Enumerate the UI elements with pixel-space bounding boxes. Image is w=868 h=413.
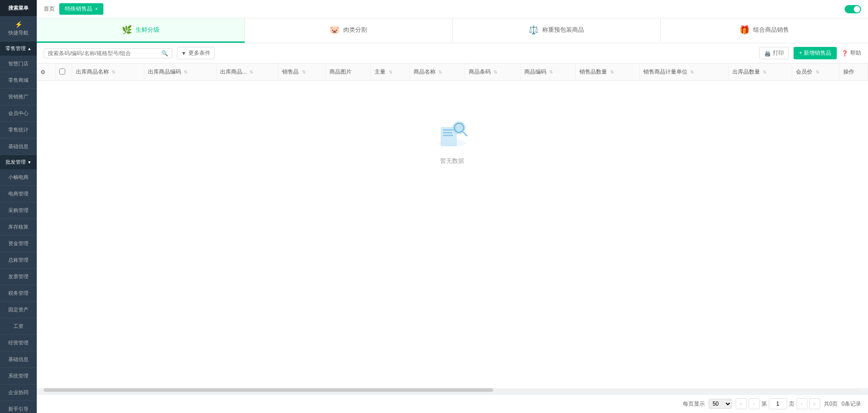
sidebar-item-basic-info2[interactable]: 基础信息 [0,351,37,368]
sidebar-item-salary[interactable]: 工资 [0,318,37,335]
topbar-tab-close[interactable]: × [95,6,98,11]
th-weight[interactable]: 主量 ⇅ [371,63,409,81]
sidebar-item-member[interactable]: 会员中心 [0,105,37,122]
help-button[interactable]: ❓ 帮助 [841,49,861,57]
tab-weight-pack[interactable]: ⚖️ 称重预包装商品 [453,18,661,43]
topbar-toggle[interactable] [845,5,861,13]
sidebar-logo[interactable]: 搜索菜单 [0,0,37,16]
th-sku[interactable]: 商品编码 ⇅ [520,63,576,81]
sidebar-item-quick-nav[interactable]: ⚡ 快捷导航 [0,16,37,41]
sidebar-item-enterprise[interactable]: 企业协同 [0,384,37,401]
sidebar-item-system-mgmt[interactable]: 系统管理 [0,368,37,384]
per-page-select[interactable]: 50 10 20 100 [709,399,732,409]
th-out-qty[interactable]: 出库品数量 ⇅ [728,63,792,81]
operation-mgmt-label: 经营管理 [8,339,28,346]
sidebar-item-ecom-mgmt[interactable]: 电商管理 [0,186,37,202]
scrollbar-thumb[interactable] [44,388,493,392]
th-out-code[interactable]: 出库商品编码 ⇅ [144,63,216,81]
help-icon: ❓ [841,50,848,57]
first-page-button[interactable]: « [736,398,747,409]
sidebar-item-invoice[interactable]: 发票管理 [0,269,37,285]
topbar-active-tab[interactable]: 特殊销售品 × [59,3,103,15]
sidebar-item-inventory[interactable]: 库存核算 [0,219,37,235]
salary-label: 工资 [13,323,23,330]
ecom-mgmt-label: 电商管理 [8,190,28,197]
fixed-assets-label: 固定资产 [8,306,28,313]
sidebar-item-mini-ecom[interactable]: 小畅电商 [0,169,37,186]
th-out-name[interactable]: 出库商品名称 ⇅ [72,63,144,81]
sidebar-wholesale-mgmt-header[interactable]: 批发管理 ▼ [0,155,37,169]
th-check[interactable] [55,63,72,81]
tab-combo[interactable]: 🎁 组合商品销售 [661,18,868,43]
sidebar-item-general-ledger[interactable]: 总账管理 [0,252,37,269]
toolbar: 🔍 ▼ 更多条件 🖨️ 打印 + 新增销售品 ❓ 帮助 [37,43,868,63]
th-sale-unit[interactable]: 销售商品计量单位 ⇅ [640,63,729,81]
sidebar-item-fixed-assets[interactable]: 固定资产 [0,302,37,318]
last-page-button[interactable]: » [809,398,820,409]
sort-arrows: ⇅ [389,69,392,75]
sidebar-item-purchase-mgmt[interactable]: 采购管理 [0,202,37,219]
sidebar-item-marketing[interactable]: 营销推广 [0,89,37,105]
quick-nav-icon: ⚡ [15,21,23,28]
data-table: ⚙ 出库商品名称 ⇅ 出库商品编码 ⇅ [37,63,868,202]
sidebar-retail-mgmt-header[interactable]: 零售管理 ▲ [0,41,37,56]
pagination-bar: 每页显示 50 10 20 100 « ‹ 第 页 › » 共0页 0条记录 [37,394,868,413]
search-box[interactable]: 🔍 [44,48,172,58]
sidebar-item-finance[interactable]: 资金管理 [0,235,37,252]
fresh-grade-label: 生鲜分级 [136,26,159,34]
sort-arrows: ⇅ [610,69,614,75]
retail-stats-label: 零售统计 [8,126,28,133]
select-all-checkbox[interactable] [59,69,65,75]
th-barcode[interactable]: 商品条码 ⇅ [465,63,521,81]
tab-fresh-grade[interactable]: 🌿 生鲜分级 [37,18,245,43]
search-input[interactable] [48,50,159,57]
mini-ecom-label: 小畅电商 [8,174,28,181]
add-sale-button[interactable]: + 新增销售品 [794,47,837,59]
topbar-home-link[interactable]: 首页 [44,5,55,13]
empty-state: 暂无数据 [37,81,868,202]
sidebar: 搜索菜单 ⚡ 快捷导航 零售管理 ▲ 智慧门店 零售商城 营销推广 会员中心 零… [0,0,37,413]
tab-meat-cut[interactable]: 🐷 肉类分割 [245,18,453,43]
sidebar-item-retail-stats[interactable]: 零售统计 [0,122,37,138]
th-out-spec[interactable]: 出库商品... ⇅ [216,63,278,81]
page-input[interactable] [769,398,787,409]
sidebar-item-tax[interactable]: 税务管理 [0,285,37,302]
meat-cut-icon: 🐷 [329,25,340,35]
sidebar-item-smart-store[interactable]: 智慧门店 [0,56,37,72]
th-gear[interactable]: ⚙ [37,63,55,81]
prev-page-button[interactable]: ‹ [749,398,760,409]
content-area: 🌿 生鲜分级 🐷 肉类分割 ⚖️ 称重预包装商品 🎁 组合商品销售 🔍 [37,18,868,413]
retail-mgmt-label: 零售管理 [6,45,26,52]
th-name[interactable]: 商品名称 ⇅ [409,63,465,81]
th-member-price[interactable]: 会员价 ⇅ [792,63,839,81]
th-img[interactable]: 商品图片 [325,63,371,81]
th-sale-qty[interactable]: 销售品数量 ⇅ [576,63,640,81]
sidebar-item-newbie[interactable]: 新手引导 [0,401,37,413]
total-records-label: 0条记录 [841,400,861,408]
table-body: 暂无数据 [37,81,868,202]
sidebar-item-retail-mall[interactable]: 零售商城 [0,72,37,89]
retail-mall-label: 零售商城 [8,77,28,84]
basic-info2-label: 基础信息 [8,356,28,363]
table-header-row: ⚙ 出库商品名称 ⇅ 出库商品编码 ⇅ [37,63,868,81]
page-unit: 页 [789,400,794,408]
help-label: 帮助 [850,49,861,57]
smart-store-label: 智慧门店 [8,60,28,67]
sidebar-item-operation-mgmt[interactable]: 经营管理 [0,335,37,351]
filter-button[interactable]: ▼ 更多条件 [177,47,215,59]
empty-state-cell: 暂无数据 [37,81,868,202]
search-icon[interactable]: 🔍 [161,50,168,57]
wholesale-mgmt-arrow: ▼ [28,160,32,165]
th-sale-item[interactable]: 销售品 ⇅ [278,63,325,81]
empty-state-row: 暂无数据 [37,81,868,202]
print-button[interactable]: 🖨️ 打印 [759,47,789,59]
horizontal-scrollbar[interactable] [44,388,861,392]
next-page-button[interactable]: › [796,398,807,409]
main-area: 首页 特殊销售品 × 🌿 生鲜分级 🐷 肉类分割 ⚖️ 称重预包装商品 [37,0,868,413]
gear-icon: ⚙ [40,69,45,75]
sort-arrows: ⇅ [184,69,187,75]
print-label: 打印 [773,49,784,57]
table-container: ⚙ 出库商品名称 ⇅ 出库商品编码 ⇅ [37,63,868,388]
sidebar-item-basic-info[interactable]: 基础信息 [0,138,37,155]
svg-rect-4 [443,135,453,136]
